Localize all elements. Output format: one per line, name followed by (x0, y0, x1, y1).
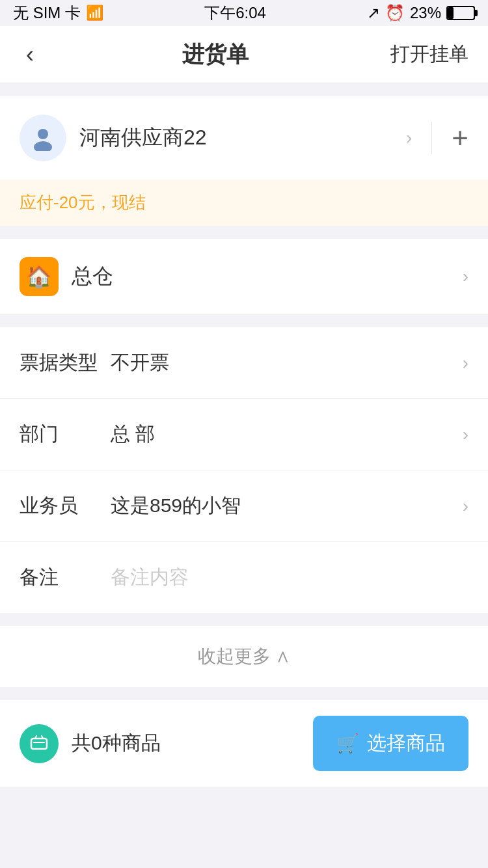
notice-bar: 应付-20元，现结 (0, 180, 488, 226)
avatar (20, 115, 66, 161)
battery-percentage: 23% (410, 4, 441, 22)
remark-label: 备注 (20, 564, 111, 591)
divider (431, 122, 432, 154)
salesman-row[interactable]: 业务员 这是859的小智 › (0, 470, 488, 542)
supplier-row[interactable]: 河南供应商22 › + (0, 96, 488, 180)
supplier-section: 河南供应商22 › + 应付-20元，现结 (0, 96, 488, 226)
notice-text: 应付-20元，现结 (20, 193, 146, 212)
status-right: ↗ ⏰ 23% (367, 4, 475, 22)
carrier-label: 无 SIM 卡 (13, 3, 81, 23)
time-label: 下午6:04 (204, 4, 266, 21)
alarm-icon: ⏰ (385, 4, 405, 22)
select-product-button[interactable]: 🛒 选择商品 (313, 716, 468, 771)
product-icon (20, 724, 59, 763)
clock: 下午6:04 (204, 3, 266, 23)
add-supplier-button[interactable]: + (452, 124, 468, 152)
product-count-label: 共0种商品 (72, 730, 161, 757)
warehouse-name: 总仓 (72, 262, 463, 291)
salesman-chevron-icon: › (463, 496, 468, 517)
person-icon (30, 125, 56, 151)
invoice-type-label: 票据类型 (20, 349, 111, 376)
bottom-bar: 共0种商品 🛒 选择商品 (0, 700, 488, 787)
remark-input[interactable]: 备注内容 (111, 564, 468, 591)
warehouse-icon: 🏠 (20, 257, 59, 296)
svg-point-1 (34, 141, 52, 151)
department-value: 总 部 (111, 421, 456, 448)
warehouse-row[interactable]: 🏠 总仓 › (0, 239, 488, 314)
select-product-label: 选择商品 (367, 730, 445, 757)
supplier-chevron-icon: › (406, 128, 412, 148)
collapse-button[interactable]: 收起更多 ∧ (0, 626, 488, 687)
invoice-type-chevron-icon: › (463, 353, 468, 373)
battery-icon (446, 6, 475, 20)
wifi-icon: 📶 (86, 5, 103, 21)
cart-icon (29, 733, 49, 754)
salesman-label: 业务员 (20, 493, 111, 519)
open-pending-button[interactable]: 打开挂单 (390, 41, 468, 68)
remark-row[interactable]: 备注 备注内容 (0, 542, 488, 613)
back-button[interactable]: ‹ (20, 34, 40, 75)
supplier-name: 河南供应商22 (79, 124, 406, 152)
invoice-type-row[interactable]: 票据类型 不开票 › (0, 327, 488, 399)
status-left: 无 SIM 卡 📶 (13, 3, 103, 23)
svg-point-0 (38, 129, 48, 139)
page-title: 进货单 (182, 40, 249, 70)
location-icon: ↗ (367, 4, 380, 22)
nav-bar: ‹ 进货单 打开挂单 (0, 26, 488, 83)
status-bar: 无 SIM 卡 📶 下午6:04 ↗ ⏰ 23% (0, 0, 488, 26)
salesman-value: 这是859的小智 (111, 493, 456, 519)
department-label: 部门 (20, 421, 111, 448)
svg-rect-2 (31, 739, 47, 749)
department-row[interactable]: 部门 总 部 › (0, 399, 488, 470)
battery-fill (448, 7, 454, 19)
collapse-label: 收起更多 ∧ (198, 646, 291, 666)
department-chevron-icon: › (463, 424, 468, 445)
page-background (0, 787, 488, 868)
product-count-area: 共0种商品 (20, 724, 161, 763)
select-product-icon: 🛒 (336, 733, 359, 754)
warehouse-chevron-icon: › (463, 266, 468, 287)
invoice-type-value: 不开票 (111, 349, 456, 376)
form-section: 票据类型 不开票 › 部门 总 部 › 业务员 这是859的小智 › 备注 备注… (0, 327, 488, 613)
